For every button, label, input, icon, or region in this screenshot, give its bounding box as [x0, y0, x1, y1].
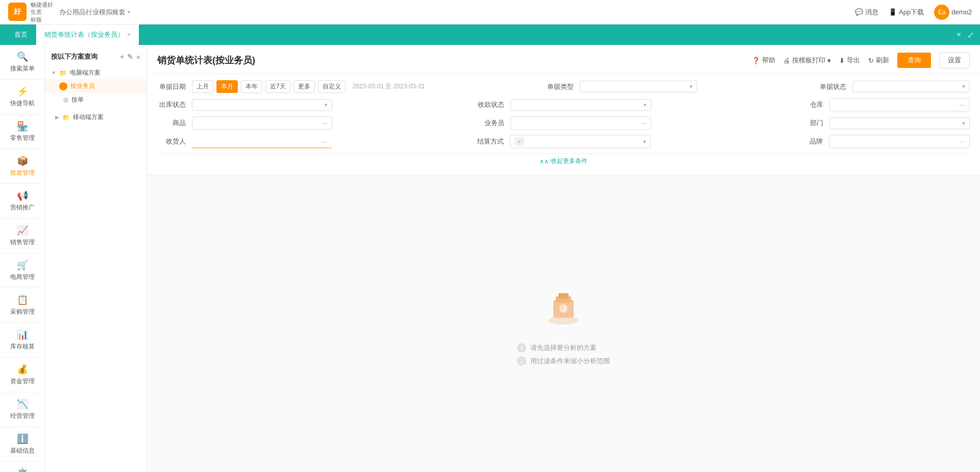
date-range-text: 2023-03-01 至 2023-03-31 [353, 82, 425, 91]
window-close-icon[interactable]: × [957, 30, 961, 39]
date-this-month-btn[interactable]: 本月 [216, 80, 238, 93]
settlement-select[interactable]: × ▾ [510, 135, 651, 148]
scheme-desktop-title[interactable]: ▼ 📁 电脑端方案 [45, 66, 146, 79]
doc-type-label: 单据类型 [545, 82, 574, 91]
sidebar: 🔍 搜索菜单 ⚡ 快捷导航 🏪 零售管理 📦 批发管理 📢 营销推广 📈 销售管… [0, 45, 45, 472]
warehouse-input[interactable]: ··· [829, 98, 970, 111]
topbar-dropdown-icon[interactable]: ▾ [128, 9, 130, 15]
topbar: 好 畅捷通好生意 标版 办公用品行业模拟账套 ▾ 💬 消息 📱 App下载 Ea… [0, 0, 980, 25]
mobile-folder-icon: 📁 [62, 114, 70, 121]
print-button[interactable]: 🖨 按模板打印 ▾ [783, 56, 831, 65]
search-icon: 🔍 [17, 51, 28, 62]
scheme-subitem-by-doc[interactable]: ⊞ 按单 [45, 93, 146, 107]
subitem-icon: ⊞ [63, 97, 68, 104]
desktop-arrow-icon: ▼ [51, 70, 56, 76]
user-menu[interactable]: Ea demo2 [934, 5, 972, 20]
wholesale-icon: 📦 [17, 155, 28, 167]
retail-icon: 🏪 [17, 121, 28, 132]
export-icon: ⬇ [839, 57, 845, 64]
receiver-input[interactable]: ··· [192, 135, 332, 148]
page-title: 销货单统计表(按业务员) [157, 54, 752, 66]
salesperson-dot: 员 [59, 82, 67, 90]
empty-hint-1: 1 请先选择要分析的方案 [517, 343, 610, 352]
finance-icon: 💰 [17, 364, 28, 375]
filter-row-2: 出库状态 ▾ 收款状态 ▾ 仓库 ··· [157, 98, 970, 111]
doc-status-select[interactable]: ▾ [852, 81, 970, 92]
settlement-label: 结算方式 [475, 137, 504, 146]
logo-text: 畅捷通好生意 标版 [31, 1, 53, 23]
sidebar-item-marketing[interactable]: 📢 营销推广 [0, 184, 44, 219]
export-button[interactable]: ⬇ 导出 [839, 56, 860, 65]
date-this-year-btn[interactable]: 本年 [241, 80, 262, 93]
doc-type-select[interactable]: ▾ [580, 81, 697, 92]
brand-dots: ··· [959, 137, 965, 146]
salesperson-input[interactable]: ··· [510, 116, 651, 130]
scheme-desktop-section: ▼ 📁 电脑端方案 员 按业务员 ⊞ 按单 [45, 64, 146, 109]
scheme-mobile-title[interactable]: ▶ 📁 移动端方案 [45, 111, 146, 124]
scheme-item-by-salesperson[interactable]: 员 按业务员 [45, 79, 146, 93]
brand-input[interactable]: ··· [829, 135, 970, 148]
scheme-add-icon[interactable]: + [120, 53, 124, 61]
delivery-label: 出库状态 [157, 100, 186, 109]
maximize-icon[interactable]: ⤢ [967, 30, 974, 40]
sidebar-item-system[interactable]: ⚙️ 系统管理 [0, 462, 44, 472]
dept-label: 部门 [795, 119, 823, 128]
settlement-tag-x[interactable]: × [518, 138, 521, 145]
salesperson-dots: ··· [641, 119, 647, 127]
refresh-button[interactable]: ↻ 刷新 [868, 56, 889, 65]
query-button[interactable]: 查询 [897, 53, 931, 68]
tab-close-icon[interactable]: × [127, 31, 131, 38]
page-title-bar: 销货单统计表(按业务员) ❓ 帮助 🖨 按模板打印 ▾ ⬇ 导出 [147, 45, 980, 74]
date-last7-btn[interactable]: 近7天 [265, 80, 290, 93]
scheme-edit-icon[interactable]: ✎ [127, 53, 133, 61]
avatar: Ea [934, 5, 949, 20]
sidebar-item-ecommerce[interactable]: 🛒 电商管理 [0, 253, 44, 288]
sidebar-item-purchase[interactable]: 📋 采购管理 [0, 288, 44, 323]
scheme-collapse-icon[interactable]: « [136, 53, 140, 61]
operations-icon: 📉 [17, 398, 28, 410]
help-button[interactable]: ❓ 帮助 [752, 56, 775, 65]
delivery-select[interactable]: ▾ [192, 99, 332, 111]
payment-select[interactable]: ▾ [510, 99, 651, 111]
collapse-more-btn[interactable]: ∧∧ 收起更多条件 [157, 153, 970, 169]
date-more-btn[interactable]: 更多 [293, 80, 315, 93]
filter-row-3: 商品 ··· 业务员 ··· 部门 ▾ [157, 116, 970, 130]
warehouse-label: 仓库 [795, 100, 823, 109]
tabbar: 首页 销货单统计表（按业务员） × × ⤢ [0, 25, 980, 45]
sidebar-item-retail[interactable]: 🏪 零售管理 [0, 114, 44, 149]
empty-hints: 1 请先选择要分析的方案 2 用过滤条件来缩小分析范围 [517, 343, 610, 366]
settings-button[interactable]: 设置 [939, 52, 970, 68]
desktop-folder-icon: 📁 [59, 69, 67, 77]
quicknav-icon: ⚡ [17, 86, 28, 97]
message-button[interactable]: 💬 消息 [855, 8, 878, 17]
sidebar-item-search[interactable]: 🔍 搜索菜单 [0, 45, 44, 80]
date-custom-btn[interactable]: 自定义 [318, 80, 346, 93]
logo-area: 好 畅捷通好生意 标版 [8, 1, 53, 23]
mobile-arrow-icon: ▶ [55, 114, 59, 120]
dept-select[interactable]: ▾ [829, 117, 970, 129]
sidebar-item-quicknav[interactable]: ⚡ 快捷导航 [0, 80, 44, 114]
print-icon: 🖨 [783, 57, 790, 64]
payment-arrow: ▾ [644, 102, 647, 108]
sidebar-item-sales[interactable]: 📈 销售管理 [0, 219, 44, 253]
sidebar-item-finance[interactable]: 💰 资金管理 [0, 358, 44, 392]
scheme-header: 按以下方案查询 + ✎ « [45, 49, 146, 64]
tab-sales-stats[interactable]: 销货单统计表（按业务员） × [36, 25, 139, 45]
topbar-title: 办公用品行业模拟账套 ▾ [59, 8, 855, 17]
sidebar-item-inventory[interactable]: 📊 库存核算 [0, 323, 44, 358]
settlement-arrow: ▾ [643, 138, 646, 145]
payment-label: 收款状态 [476, 100, 504, 109]
sidebar-item-wholesale[interactable]: 📦 批发管理 [0, 149, 44, 184]
message-icon: 💬 [855, 8, 863, 16]
sidebar-item-basics[interactable]: ℹ️ 基础信息 [0, 427, 44, 462]
goods-input[interactable]: ··· [192, 116, 332, 130]
date-last-month-btn[interactable]: 上月 [192, 80, 213, 93]
tab-home[interactable]: 首页 [6, 25, 36, 45]
brand-label: 品牌 [794, 137, 823, 146]
dept-arrow: ▾ [962, 120, 965, 127]
sidebar-item-operations[interactable]: 📉 经营管理 [0, 392, 44, 427]
receiver-dots: ··· [322, 137, 328, 146]
content-area: 按以下方案查询 + ✎ « ▼ 📁 电脑端方案 员 按业务员 ⊞ [45, 45, 980, 472]
app-download-button[interactable]: 📱 App下载 [889, 8, 924, 17]
inventory-icon: 📊 [17, 329, 28, 340]
